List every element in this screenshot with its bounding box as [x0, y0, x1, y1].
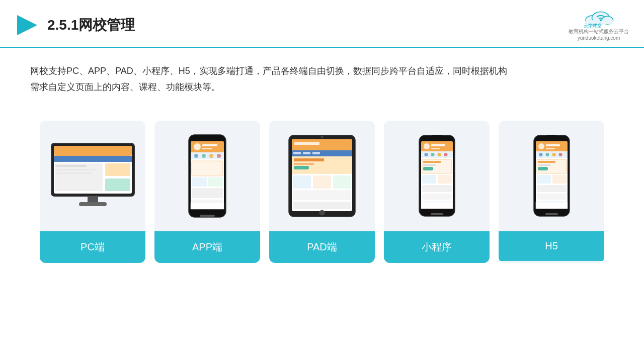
phone-device-miniapp [418, 134, 456, 217]
svg-rect-15 [56, 169, 97, 170]
header-left: 2.5.1网校管理 [15, 13, 135, 37]
card-image-app [154, 121, 260, 231]
svg-rect-101 [536, 202, 568, 209]
card-image-miniapp [384, 121, 490, 231]
card-miniapp: 小程序 [384, 121, 490, 263]
svg-point-23 [194, 143, 201, 150]
svg-rect-70 [423, 161, 441, 163]
svg-rect-63 [431, 148, 440, 149]
svg-point-30 [217, 154, 221, 158]
svg-rect-98 [537, 185, 567, 192]
svg-rect-72 [423, 167, 433, 170]
card-label-pad: PAD端 [269, 231, 375, 263]
svg-rect-44 [293, 152, 301, 154]
svg-rect-31 [192, 161, 223, 176]
svg-rect-93 [538, 161, 555, 163]
svg-rect-53 [333, 175, 351, 189]
svg-marker-0 [17, 15, 37, 35]
card-image-pad [269, 121, 375, 231]
svg-rect-75 [422, 185, 452, 192]
svg-rect-13 [105, 178, 130, 191]
svg-rect-45 [303, 152, 310, 154]
cards-section: PC端 [0, 106, 644, 263]
phone-device-app [187, 133, 227, 219]
card-app: APP端 [154, 121, 260, 263]
svg-rect-17 [88, 196, 98, 203]
svg-point-67 [437, 153, 441, 156]
monitor-device [49, 141, 137, 211]
card-label-pc: PC端 [40, 231, 145, 263]
svg-point-29 [209, 154, 213, 158]
card-image-h5 [499, 121, 604, 231]
svg-rect-50 [294, 166, 309, 169]
svg-point-5 [600, 19, 602, 21]
card-h5: H5 [499, 121, 604, 263]
svg-point-84 [538, 143, 544, 149]
svg-rect-36 [191, 203, 224, 209]
svg-point-56 [319, 210, 325, 215]
card-label-h5: H5 [499, 231, 604, 261]
svg-rect-52 [313, 175, 331, 189]
svg-rect-25 [202, 148, 212, 149]
svg-rect-48 [294, 158, 324, 161]
phone-device-h5 [533, 134, 571, 217]
logo-icon: 云朵课堂 [579, 9, 619, 28]
svg-rect-97 [552, 175, 567, 184]
card-label-miniapp: 小程序 [384, 231, 490, 263]
header: 2.5.1网校管理 云朵课堂 教育机构一站式服务云平台 yunduoketang… [0, 0, 644, 48]
svg-rect-34 [192, 188, 223, 198]
svg-rect-12 [105, 163, 130, 176]
svg-rect-21 [201, 135, 213, 140]
svg-rect-95 [538, 167, 548, 170]
svg-rect-10 [54, 156, 132, 162]
svg-rect-37 [200, 215, 215, 217]
svg-text:云朵课堂: 云朵课堂 [584, 23, 602, 28]
svg-rect-11 [55, 163, 103, 191]
svg-rect-33 [208, 177, 223, 187]
svg-point-65 [424, 153, 428, 156]
svg-rect-59 [431, 135, 443, 140]
svg-rect-102 [545, 213, 558, 215]
svg-rect-49 [294, 163, 314, 165]
svg-rect-32 [192, 177, 207, 187]
svg-rect-42 [294, 142, 319, 145]
svg-rect-46 [312, 152, 320, 154]
svg-rect-86 [546, 148, 555, 149]
svg-point-27 [194, 154, 198, 158]
svg-point-66 [431, 153, 434, 156]
svg-point-91 [558, 153, 562, 156]
svg-point-88 [539, 153, 542, 156]
svg-rect-55 [293, 202, 351, 209]
logo-sub-text: 教育机构一站式服务云平台 yunduoketang.com [569, 28, 629, 41]
svg-rect-76 [422, 194, 452, 200]
svg-rect-82 [546, 135, 557, 140]
svg-rect-16 [56, 172, 92, 174]
page-title: 2.5.1网校管理 [47, 16, 135, 35]
svg-rect-96 [537, 175, 551, 184]
page-container: 2.5.1网校管理 云朵课堂 教育机构一站式服务云平台 yunduoketang… [0, 0, 644, 362]
play-icon [15, 13, 39, 37]
svg-rect-85 [546, 144, 560, 146]
card-pad: PAD端 [269, 121, 375, 263]
svg-rect-9 [54, 146, 132, 156]
svg-rect-14 [56, 165, 87, 167]
svg-point-89 [545, 153, 549, 156]
svg-rect-79 [431, 213, 443, 215]
svg-rect-51 [293, 175, 311, 189]
svg-point-68 [444, 153, 447, 156]
card-pc: PC端 [40, 121, 145, 263]
svg-rect-62 [431, 144, 445, 146]
svg-point-90 [552, 153, 555, 156]
svg-rect-73 [422, 175, 436, 184]
svg-point-61 [424, 143, 430, 149]
svg-rect-99 [537, 194, 567, 200]
logo-area: 云朵课堂 教育机构一站式服务云平台 yunduoketang.com [569, 9, 629, 41]
svg-rect-71 [423, 164, 436, 166]
svg-rect-94 [538, 164, 550, 166]
svg-rect-78 [421, 202, 453, 209]
svg-rect-74 [438, 175, 452, 184]
svg-point-40 [321, 135, 324, 138]
svg-rect-24 [202, 144, 217, 146]
description: 网校支持PC、APP、PAD、小程序、H5，实现多端打通，产品各终端自由切换，数… [0, 48, 644, 101]
card-image-pc [40, 121, 145, 231]
